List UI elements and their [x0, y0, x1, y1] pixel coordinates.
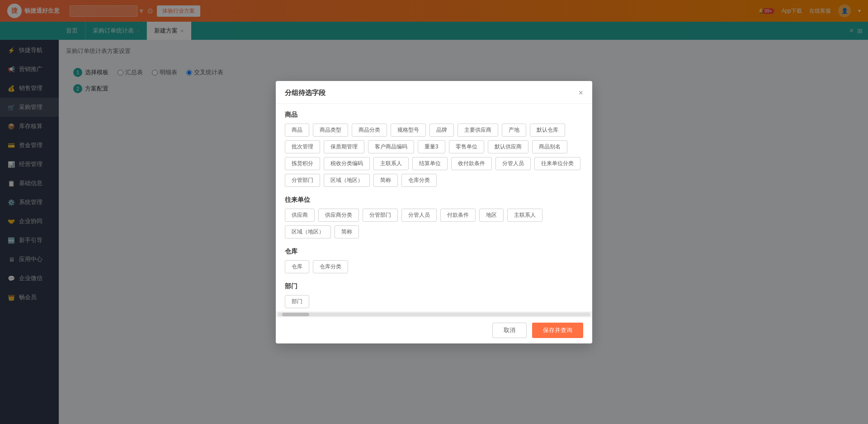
- field-tag-0-6[interactable]: 产地: [502, 124, 526, 137]
- modal-title: 分组待选字段: [285, 89, 326, 97]
- field-tag-0-8[interactable]: 批次管理: [285, 140, 320, 153]
- confirm-button[interactable]: 保存并查询: [532, 323, 583, 338]
- modal-body: 商品商品商品类型商品分类规格型号品牌主要供应商产地默认仓库批次管理保质期管理客户…: [276, 104, 592, 312]
- field-tag-0-12[interactable]: 零售单位: [449, 140, 484, 153]
- field-tag-0-4[interactable]: 品牌: [429, 124, 454, 137]
- field-section-0: 商品商品商品类型商品分类规格型号品牌主要供应商产地默认仓库批次管理保质期管理客户…: [285, 111, 583, 187]
- field-tag-2-1[interactable]: 仓库分类: [313, 260, 348, 273]
- field-tag-0-7[interactable]: 默认仓库: [530, 124, 565, 137]
- field-tag-1-8[interactable]: 简称: [335, 225, 359, 238]
- field-grid-1: 供应商供应商分类分管部门分管人员付款条件地区主联系人区域（地区）简称: [285, 209, 583, 238]
- field-tag-0-15[interactable]: 拣货积分: [285, 157, 320, 170]
- section-title-1: 往来单位: [285, 196, 583, 204]
- field-tag-1-6[interactable]: 主联系人: [507, 209, 542, 222]
- field-grid-3: 部门: [285, 295, 583, 308]
- field-tag-0-22[interactable]: 分管部门: [285, 174, 320, 187]
- modal-close-btn[interactable]: ×: [578, 88, 583, 98]
- field-tag-0-23[interactable]: 区域（地区）: [324, 174, 370, 187]
- field-section-3: 部门部门: [285, 282, 583, 308]
- field-tag-0-19[interactable]: 收付款条件: [451, 157, 492, 170]
- field-tag-1-0[interactable]: 供应商: [285, 209, 315, 222]
- section-title-3: 部门: [285, 282, 583, 291]
- field-section-1: 往来单位供应商供应商分类分管部门分管人员付款条件地区主联系人区域（地区）简称: [285, 196, 583, 238]
- field-tag-0-9[interactable]: 保质期管理: [324, 140, 364, 153]
- field-tag-0-24[interactable]: 简称: [373, 174, 398, 187]
- field-grid-0: 商品商品类型商品分类规格型号品牌主要供应商产地默认仓库批次管理保质期管理客户商品…: [285, 124, 583, 187]
- field-tag-0-5[interactable]: 主要供应商: [458, 124, 498, 137]
- modal: 分组待选字段 × 商品商品商品类型商品分类规格型号品牌主要供应商产地默认仓库批次…: [276, 81, 592, 343]
- field-tag-1-3[interactable]: 分管人员: [401, 209, 437, 222]
- field-tag-0-0[interactable]: 商品: [285, 124, 309, 137]
- field-tag-0-11[interactable]: 重量3: [418, 140, 445, 153]
- horizontal-scroll-thumb[interactable]: [282, 313, 309, 316]
- field-tag-1-4[interactable]: 付款条件: [440, 209, 476, 222]
- field-tag-0-18[interactable]: 结算单位: [412, 157, 448, 170]
- field-tag-2-0[interactable]: 仓库: [285, 260, 309, 273]
- field-tag-0-13[interactable]: 默认供应商: [488, 140, 528, 153]
- field-tag-0-3[interactable]: 规格型号: [391, 124, 426, 137]
- modal-footer: 取消 保存并查询: [276, 317, 592, 343]
- field-tag-0-14[interactable]: 商品别名: [532, 140, 567, 153]
- field-grid-2: 仓库仓库分类: [285, 260, 583, 273]
- field-tag-0-10[interactable]: 客户商品编码: [368, 140, 414, 153]
- modal-scroll-bottom: [276, 312, 592, 316]
- field-tag-0-21[interactable]: 往来单位分类: [534, 157, 580, 170]
- field-tag-1-2[interactable]: 分管部门: [363, 209, 398, 222]
- modal-header: 分组待选字段 ×: [276, 81, 592, 104]
- field-tag-0-16[interactable]: 税收分类编码: [324, 157, 370, 170]
- field-section-2: 仓库仓库仓库分类: [285, 248, 583, 273]
- field-tag-0-1[interactable]: 商品类型: [313, 124, 348, 137]
- field-tag-1-7[interactable]: 区域（地区）: [285, 225, 331, 238]
- horizontal-scroll-track[interactable]: [278, 313, 590, 316]
- field-tag-0-17[interactable]: 主联系人: [373, 157, 409, 170]
- field-tag-1-1[interactable]: 供应商分类: [318, 209, 359, 222]
- section-title-0: 商品: [285, 111, 583, 119]
- section-title-2: 仓库: [285, 248, 583, 256]
- field-tag-3-0[interactable]: 部门: [285, 295, 309, 308]
- field-tag-0-2[interactable]: 商品分类: [352, 124, 387, 137]
- field-tag-0-25[interactable]: 仓库分类: [401, 174, 437, 187]
- field-tag-1-5[interactable]: 地区: [479, 209, 504, 222]
- field-tag-0-20[interactable]: 分管人员: [495, 157, 531, 170]
- modal-overlay: 分组待选字段 × 商品商品商品类型商品分类规格型号品牌主要供应商产地默认仓库批次…: [0, 0, 868, 424]
- cancel-button[interactable]: 取消: [492, 323, 527, 338]
